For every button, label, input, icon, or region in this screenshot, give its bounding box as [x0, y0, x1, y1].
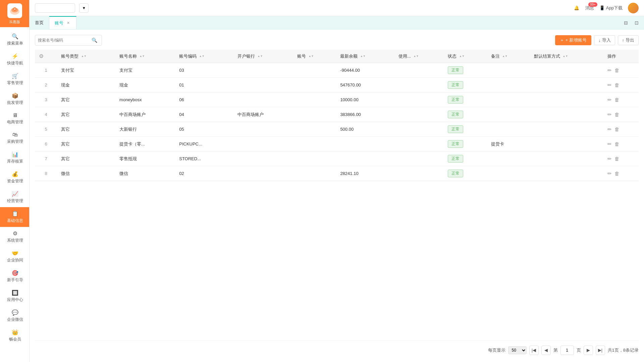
- table-row: 7 其它 零售抵现 STORED... 正常 ✏ 🗑: [35, 152, 639, 166]
- row-bank: 中百商场账户: [233, 107, 293, 122]
- edit-button[interactable]: ✏: [607, 97, 612, 103]
- table-row: 6 其它 提货卡（零... PICKUPC... 正常 提货卡 ✏ 🗑: [35, 137, 639, 152]
- page-label: 第: [553, 347, 558, 353]
- page-size-select[interactable]: 50 100 200: [508, 346, 527, 354]
- guide-icon: 🎯: [12, 270, 18, 276]
- sidebar-item-wholesale[interactable]: 📦 批发管理: [0, 89, 29, 109]
- row-account: [293, 107, 336, 122]
- row-num: 1: [35, 63, 57, 78]
- dropdown-button[interactable]: ▾: [79, 3, 89, 13]
- sidebar-item-wechat[interactable]: 💬 企业微信: [0, 306, 29, 326]
- row-type: 其它: [57, 107, 115, 122]
- th-name[interactable]: 账号名称 ▲▼: [115, 50, 175, 63]
- sidebar-item-system[interactable]: ⚙ 系统管理: [0, 227, 29, 247]
- tab-maximize-button[interactable]: ⊡: [632, 18, 641, 27]
- page-suffix: 页: [577, 347, 581, 353]
- row-bank: [233, 166, 293, 181]
- sidebar-item-inventory[interactable]: 📊 库存核算: [0, 148, 29, 168]
- sidebar-item-search[interactable]: 🔍 搜索菜单: [0, 30, 29, 50]
- app-download-label: App下载: [606, 5, 623, 11]
- row-num: 7: [35, 152, 57, 166]
- delete-button[interactable]: 🗑: [614, 97, 620, 103]
- delete-button[interactable]: 🗑: [614, 67, 620, 73]
- edit-button[interactable]: ✏: [607, 156, 612, 162]
- delete-button[interactable]: 🗑: [614, 112, 620, 117]
- sidebar-item-label: 批发管理: [7, 100, 23, 106]
- th-settlement[interactable]: 默认结算方式 ▲▼: [530, 50, 603, 63]
- sidebar-item-retail[interactable]: 🛒 零售管理: [0, 69, 29, 89]
- add-account-button[interactable]: ＋ + 新增账号: [555, 35, 591, 45]
- settings-icon[interactable]: ⚙: [39, 53, 44, 59]
- sidebar-item-operations[interactable]: 📈 经营管理: [0, 187, 29, 207]
- search-wrap: 🔍: [35, 35, 102, 46]
- tab-home[interactable]: 首页: [30, 16, 49, 29]
- delete-button[interactable]: 🗑: [614, 82, 620, 88]
- page-input[interactable]: [560, 346, 574, 355]
- row-remark: [487, 152, 530, 166]
- delete-button[interactable]: 🗑: [614, 126, 620, 132]
- top-search-input[interactable]: [35, 3, 75, 13]
- export-icon: ↑: [622, 38, 625, 43]
- th-balance[interactable]: 最新余额 ▲▼: [336, 50, 394, 63]
- row-bank: [233, 78, 293, 93]
- row-account: [293, 137, 336, 152]
- row-remark: [487, 78, 530, 93]
- sidebar-item-finance[interactable]: 💰 资金管理: [0, 168, 29, 187]
- delete-button[interactable]: 🗑: [614, 141, 620, 147]
- sidebar-item-basic[interactable]: 📋 基础信息: [0, 207, 29, 227]
- logo-icon: [7, 3, 22, 18]
- row-settlement: [530, 107, 603, 122]
- search-input[interactable]: [38, 38, 92, 43]
- export-button[interactable]: ↑ 导出: [618, 35, 639, 45]
- tab-close-button[interactable]: ✕: [65, 20, 71, 26]
- tab-account[interactable]: 账号 ✕: [49, 16, 76, 29]
- sidebar-item-purchase[interactable]: 🛍 采购管理: [0, 128, 29, 148]
- row-code: STORED...: [175, 152, 233, 166]
- th-remark[interactable]: 备注 ▲▼: [487, 50, 530, 63]
- retail-icon: 🛒: [12, 73, 18, 79]
- sidebar-item-member[interactable]: 👑 畅会员: [0, 326, 29, 346]
- page-prev-button[interactable]: ◀: [541, 346, 551, 355]
- edit-button[interactable]: ✏: [607, 141, 612, 147]
- sidebar-item-guide[interactable]: 🎯 新手引导: [0, 266, 29, 286]
- sidebar-item-ecommerce[interactable]: 🖥 电商管理: [0, 109, 29, 128]
- row-account: [293, 152, 336, 166]
- th-bank[interactable]: 开户银行 ▲▼: [233, 50, 293, 63]
- th-type[interactable]: 账号类型 ▲▼: [57, 50, 115, 63]
- logo-text: 乐惠版: [9, 19, 20, 24]
- delete-button[interactable]: 🗑: [614, 156, 620, 162]
- row-code: PICKUPC...: [175, 137, 233, 152]
- edit-button[interactable]: ✏: [607, 112, 612, 118]
- status-badge: 正常: [448, 96, 463, 104]
- delete-button[interactable]: 🗑: [614, 171, 620, 176]
- edit-button[interactable]: ✏: [607, 126, 612, 132]
- import-button[interactable]: ↓ 导入: [594, 35, 615, 45]
- row-balance: 10000.00: [336, 93, 394, 107]
- app-download-button[interactable]: 📱 App下载: [599, 5, 623, 11]
- edit-button[interactable]: ✏: [607, 67, 612, 73]
- tab-minimize-button[interactable]: ⊟: [621, 18, 631, 27]
- status-badge: 正常: [448, 140, 463, 148]
- th-settings[interactable]: ⚙: [35, 50, 57, 63]
- row-type: 其它: [57, 152, 115, 166]
- sort-icon: ▲▼: [414, 55, 419, 58]
- sidebar-item-quicknav[interactable]: ⚡ 快捷导航: [0, 50, 29, 69]
- message-button[interactable]: 🔔 99+ 消息: [574, 5, 594, 11]
- table-row: 1 支付宝 支付宝 03 -90444.00 正常 ✏ 🗑: [35, 63, 639, 78]
- sidebar-item-appcenter[interactable]: 🔲 应用中心: [0, 286, 29, 306]
- th-account[interactable]: 账号 ▲▼: [293, 50, 336, 63]
- th-status[interactable]: 状态 ▲▼: [444, 50, 487, 63]
- th-usage[interactable]: 使用... ▲▼: [394, 50, 444, 63]
- appcenter-icon: 🔲: [12, 290, 18, 296]
- quicknav-icon: ⚡: [12, 53, 18, 59]
- th-code[interactable]: 账号编码 ▲▼: [175, 50, 233, 63]
- sidebar-item-collab[interactable]: 🤝 企业协同: [0, 247, 29, 266]
- row-name: 提货卡（零...: [115, 137, 175, 152]
- edit-button[interactable]: ✏: [607, 82, 612, 88]
- page-last-button[interactable]: ▶|: [596, 346, 605, 355]
- page-next-button[interactable]: ▶: [584, 346, 593, 355]
- edit-button[interactable]: ✏: [607, 171, 612, 177]
- avatar[interactable]: [628, 3, 639, 13]
- sidebar-item-label: 采购管理: [7, 139, 23, 144]
- page-first-button[interactable]: |◀: [529, 346, 539, 355]
